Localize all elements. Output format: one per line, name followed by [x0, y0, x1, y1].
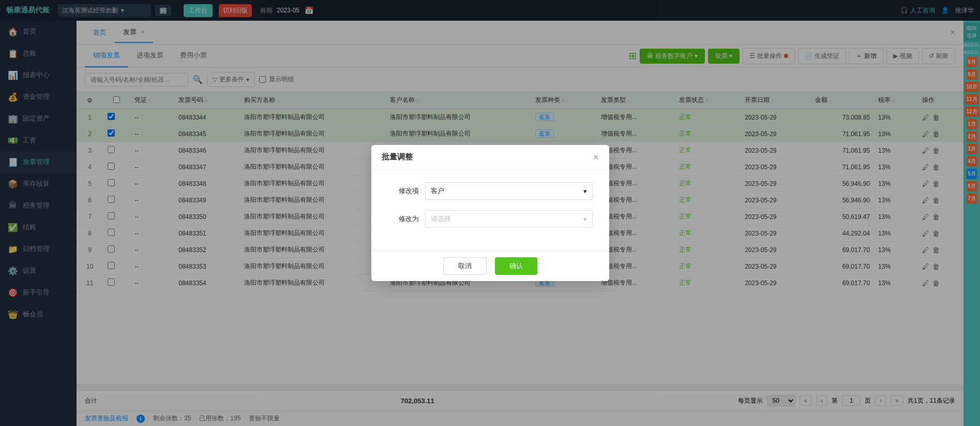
confirm-btn[interactable]: 确认: [495, 257, 537, 275]
modify-field-label: 修改项: [388, 186, 419, 196]
modal-overlay[interactable]: 批量调整 × 修改项 客户 ▾ 修改为 请选择 ▾ 取消 确认: [0, 0, 980, 426]
modify-to-label: 修改为: [388, 214, 419, 224]
modal-body: 修改项 客户 ▾ 修改为 请选择 ▾: [371, 170, 609, 251]
modal-footer: 取消 确认: [371, 251, 609, 281]
modify-field-select[interactable]: 客户 ▾: [425, 182, 593, 200]
modify-to-row: 修改为 请选择 ▾: [388, 210, 593, 228]
cancel-btn[interactable]: 取消: [443, 257, 487, 275]
chevron-down-icon-2: ▾: [583, 215, 587, 223]
modal-header: 批量调整 ×: [371, 145, 609, 170]
modify-field-row: 修改项 客户 ▾: [388, 182, 593, 200]
chevron-down-icon: ▾: [583, 187, 587, 195]
modify-to-placeholder: 请选择: [431, 214, 451, 224]
modify-field-value: 客户: [431, 186, 444, 196]
batch-adjust-modal: 批量调整 × 修改项 客户 ▾ 修改为 请选择 ▾ 取消 确认: [371, 145, 609, 281]
modify-to-select[interactable]: 请选择 ▾: [425, 210, 593, 228]
modal-close-btn[interactable]: ×: [593, 153, 599, 162]
modal-title: 批量调整: [382, 152, 413, 162]
